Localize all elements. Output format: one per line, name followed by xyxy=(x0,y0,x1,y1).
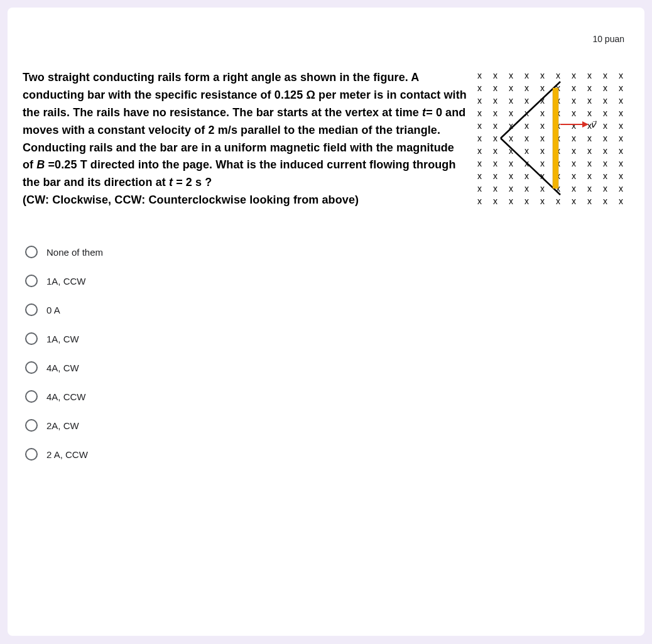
radio-circle-icon xyxy=(25,332,38,345)
radio-circle-icon xyxy=(25,275,38,287)
svg-text:x: x xyxy=(477,96,482,106)
svg-text:x: x xyxy=(509,183,513,194)
svg-text:x: x xyxy=(619,146,623,156)
svg-text:x: x xyxy=(572,121,576,131)
svg-text:x: x xyxy=(493,133,497,143)
radio-option[interactable]: 2A, CW xyxy=(23,411,629,440)
svg-text:x: x xyxy=(587,83,592,93)
radio-option[interactable]: 4A, CW xyxy=(23,353,629,382)
svg-text:x: x xyxy=(572,171,576,181)
radio-circle-icon xyxy=(25,390,38,403)
svg-text:x: x xyxy=(572,70,576,80)
svg-text:x: x xyxy=(524,96,529,106)
svg-text:x: x xyxy=(477,171,482,181)
svg-text:x: x xyxy=(572,146,576,156)
radio-circle-icon xyxy=(25,419,38,432)
svg-text:x: x xyxy=(524,196,529,206)
svg-text:x: x xyxy=(619,121,623,131)
svg-text:x: x xyxy=(477,133,482,143)
q-part-1d: = 2 s ? xyxy=(173,176,212,188)
svg-text:x: x xyxy=(619,158,623,168)
svg-text:x: x xyxy=(493,158,497,168)
svg-text:x: x xyxy=(587,96,592,106)
option-label: 1A, CCW xyxy=(46,276,86,287)
svg-text:x: x xyxy=(619,196,623,206)
svg-text:x: x xyxy=(587,133,592,143)
svg-text:x: x xyxy=(619,171,623,181)
svg-text:x: x xyxy=(572,133,576,143)
svg-text:x: x xyxy=(524,146,529,156)
radio-option[interactable]: 2 A, CCW xyxy=(23,440,629,469)
svg-text:x: x xyxy=(540,108,545,118)
svg-text:x: x xyxy=(587,196,592,206)
radio-option[interactable]: 1A, CCW xyxy=(23,266,629,295)
radio-circle-icon xyxy=(25,303,38,316)
q-B: B xyxy=(36,158,45,171)
svg-text:x: x xyxy=(509,83,513,93)
svg-text:x: x xyxy=(572,196,576,206)
svg-text:x: x xyxy=(603,133,607,143)
svg-text:x: x xyxy=(587,70,592,80)
svg-text:x: x xyxy=(509,133,513,143)
svg-text:x: x xyxy=(493,146,497,156)
svg-text:x: x xyxy=(524,70,529,80)
svg-text:v⃗: v⃗ xyxy=(590,119,597,129)
svg-text:x: x xyxy=(572,183,576,194)
svg-text:x: x xyxy=(524,121,529,131)
question-card: 10 puan Two straight conducting rails fo… xyxy=(8,8,644,636)
radio-circle-icon xyxy=(25,361,38,374)
svg-text:x: x xyxy=(619,108,623,118)
svg-text:x: x xyxy=(540,146,545,156)
svg-text:x: x xyxy=(493,70,497,80)
svg-text:x: x xyxy=(540,121,545,131)
svg-text:x: x xyxy=(540,83,545,93)
svg-text:x: x xyxy=(524,83,529,93)
svg-text:x: x xyxy=(619,96,623,106)
svg-text:x: x xyxy=(477,183,482,194)
svg-text:x: x xyxy=(509,108,513,118)
points-label: 10 puan xyxy=(23,23,629,69)
svg-text:x: x xyxy=(603,158,607,168)
svg-text:x: x xyxy=(524,183,529,194)
svg-text:x: x xyxy=(477,108,482,118)
radio-option[interactable]: 0 A xyxy=(23,295,629,324)
svg-text:x: x xyxy=(477,70,482,80)
option-label: 2A, CW xyxy=(46,420,79,431)
radio-circle-icon xyxy=(25,448,38,461)
svg-text:x: x xyxy=(587,108,592,118)
svg-text:x: x xyxy=(493,108,497,118)
q-part-1: Two straight conducting rails form a rig… xyxy=(23,71,467,119)
svg-text:x: x xyxy=(587,171,592,181)
option-label: 2 A, CCW xyxy=(46,449,88,460)
svg-text:x: x xyxy=(603,146,607,156)
svg-text:x: x xyxy=(540,183,545,194)
content-row: Two straight conducting rails form a rig… xyxy=(23,69,629,214)
svg-text:x: x xyxy=(587,183,592,194)
svg-text:x: x xyxy=(540,158,545,168)
svg-text:x: x xyxy=(603,83,607,93)
svg-text:x: x xyxy=(619,183,623,194)
svg-text:x: x xyxy=(556,196,560,206)
svg-text:x: x xyxy=(603,183,607,194)
option-label: 4A, CW xyxy=(46,363,79,373)
svg-text:x: x xyxy=(603,171,607,181)
radio-option[interactable]: 4A, CCW xyxy=(23,382,629,411)
svg-text:x: x xyxy=(477,196,482,206)
svg-text:x: x xyxy=(493,96,497,106)
radio-option[interactable]: 1A, CW xyxy=(23,324,629,353)
svg-text:x: x xyxy=(509,70,513,80)
radio-circle-icon xyxy=(25,246,38,258)
q-line-2: (CW: Clockwise, CCW: Counterclockwise lo… xyxy=(23,194,359,206)
svg-text:x: x xyxy=(572,96,576,106)
radio-option[interactable]: None of them xyxy=(23,237,629,266)
svg-text:x: x xyxy=(603,196,607,206)
svg-text:x: x xyxy=(477,121,482,131)
option-label: None of them xyxy=(46,247,103,258)
svg-text:x: x xyxy=(572,108,576,118)
svg-text:x: x xyxy=(619,70,623,80)
option-label: 0 A xyxy=(46,305,60,315)
svg-text:x: x xyxy=(619,83,623,93)
circuit-diagram-icon: xxxxxxxxxx xxxxxxxxxx xxxxxxxxxx xxxxxxx… xyxy=(472,69,629,214)
svg-text:x: x xyxy=(477,83,482,93)
question-text: Two straight conducting rails form a rig… xyxy=(23,69,467,209)
